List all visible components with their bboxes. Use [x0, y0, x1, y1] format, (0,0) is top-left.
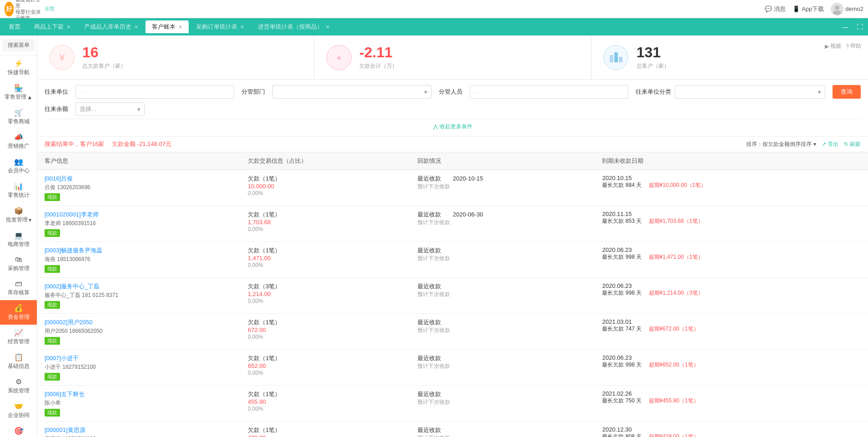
overdue-amount-1[interactable]: 超期¥1,703.68（1笔） — [649, 218, 703, 224]
manager-input[interactable]: ··· — [470, 85, 628, 99]
stat-icon-owe-customers: ¥ — [48, 44, 75, 71]
overdue-days-7: 最长欠款 808 天 超期¥429.00（1笔） — [602, 433, 861, 437]
owe-amount-0[interactable]: 10,000.00 — [248, 183, 403, 190]
cell-customer-info-3: [0002]服务中心_丁磊 服务中心_丁磊 181 0125 8371 现款 — [37, 278, 241, 314]
table-actions: 排序：按欠款金额倒序排序 ▾ ↗ 导出 ↻ 刷新 — [746, 141, 861, 148]
owe-amount-4[interactable]: 672.00 — [248, 326, 403, 333]
inventory-icon: 🗃 — [2, 280, 35, 288]
tab-goods-stats[interactable]: 进货单统计表（按商品） ✕ — [251, 20, 336, 33]
sidebar-search-btn[interactable]: 搜索菜单 — [2, 39, 35, 51]
tab-product-history[interactable]: 产成品入库单历史 ✕ — [78, 20, 145, 33]
cell-customer-info-2: [0003]畅捷服务尹海蕊 海燕 18513066976 现款 — [37, 242, 241, 278]
owe-amount-7[interactable]: 429.00 — [248, 434, 403, 437]
stat-body-owe-total: -2.11 欠款合计（万） — [359, 45, 397, 70]
customer-name-3[interactable]: [0002]服务中心_丁磊 — [45, 282, 233, 291]
balance-range-arrow-icon: ▾ — [137, 106, 140, 113]
owe-amount-6[interactable]: 455.90 — [248, 398, 403, 405]
tab-purchase-order[interactable]: 采购订单统计表 ✕ — [190, 20, 251, 33]
overdue-amount-6[interactable]: 超期¥455.90（1笔） — [649, 397, 699, 404]
sidebar-item-member[interactable]: 👥 会员中心 — [0, 154, 37, 178]
message-icon: 💬 — [765, 5, 772, 12]
total-customers-value: 131 — [637, 45, 669, 60]
ecommerce-icon: 💻 — [2, 231, 35, 240]
tab-product-manage[interactable]: 商品上下架 ✕ — [28, 20, 77, 33]
close-customer-account-icon[interactable]: ✕ — [178, 24, 182, 30]
balance-range-select[interactable]: 选择... ▾ — [75, 102, 145, 116]
help-btn[interactable]: ? 帮助 — [846, 42, 861, 50]
sidebar-item-quick-nav[interactable]: ⚡ 快捷导航 — [0, 55, 37, 80]
overdue-amount-7[interactable]: 超期¥429.00（1笔） — [649, 433, 699, 437]
user-profile[interactable]: demo2 — [831, 3, 863, 15]
sidebar-item-retail-mall[interactable]: 🛒 零售商城 — [0, 105, 37, 129]
collapse-btn[interactable]: ⋀ 收起更多条件 — [433, 121, 472, 132]
close-product-history-icon[interactable]: ✕ — [134, 24, 138, 30]
search-btn[interactable]: 查询 — [833, 85, 861, 99]
sidebar-item-wholesale[interactable]: 📦 批发管理 ▾ — [0, 203, 37, 227]
overdue-amount-0[interactable]: 超期¥10,000.00（1笔） — [649, 182, 707, 188]
sidebar-item-retail-stats[interactable]: 📊 零售统计 — [0, 178, 37, 203]
customer-name-5[interactable]: [0007]小进干 — [45, 354, 233, 362]
sort-select[interactable]: 排序：按欠款金额倒序排序 ▾ — [746, 141, 816, 148]
tab-home[interactable]: 首页 — [2, 20, 27, 33]
cell-overdue-7: 2020.12.30 最长欠款 808 天 超期¥429.00（1笔） — [595, 422, 868, 437]
export-btn[interactable]: ↗ 导出 — [822, 141, 838, 148]
owe-amount-3[interactable]: 1,214.00 — [248, 291, 403, 297]
cell-overdue-5: 2020.06.23 最长欠款 998 天 超期¥652.00（1笔） — [595, 350, 868, 386]
overdue-amount-5[interactable]: 超期¥652.00（1笔） — [649, 362, 699, 368]
customer-name-1[interactable]: [0001020001]李老师 — [45, 211, 233, 219]
cell-owe-info-6: 欠款（1笔） 455.90 0.00% — [241, 386, 410, 422]
close-purchase-order-icon[interactable]: ✕ — [240, 24, 244, 30]
overdue-amount-3[interactable]: 超期¥1,214.00（3笔） — [649, 290, 703, 296]
customer-name-6[interactable]: [0006]去下粮仓 — [45, 390, 233, 398]
overdue-amount-2[interactable]: 超期¥1,471.00（1笔） — [649, 254, 703, 260]
sidebar-item-retail-mgmt[interactable]: 🏪 零售管理 ▲ — [0, 80, 37, 105]
latest-collect-label-6: 最近收款 — [417, 390, 587, 398]
customer-name-7[interactable]: [000001]黄思源 — [45, 426, 233, 434]
app-download-btn[interactable]: 📱 App下载 — [793, 5, 824, 13]
owe-count-4: 欠款（1笔） — [248, 318, 403, 326]
sidebar-item-newbie[interactable]: 🎯 新手引导 — [0, 423, 37, 437]
stat-help-btns: ▶ 视频 ? 帮助 — [825, 42, 861, 50]
purchase-icon: 🛍 — [2, 256, 35, 264]
nav-expand-icon[interactable]: ⛶ — [854, 21, 866, 33]
sidebar-item-finance[interactable]: 💰 资金管理 — [0, 300, 37, 325]
sidebar-item-marketing[interactable]: 📣 营销推广 — [0, 129, 37, 154]
demo-label[interactable]: 示范 — [45, 5, 55, 12]
customer-name-2[interactable]: [0003]畅捷服务尹海蕊 — [45, 246, 233, 255]
customer-name-4[interactable]: [000002]用户2050 — [45, 318, 233, 326]
customer-tag-0: 现款 — [45, 193, 60, 201]
collapse-icon: ⋀ — [433, 124, 438, 130]
nav-minimize-icon[interactable]: — — [839, 21, 851, 33]
owe-amount-1[interactable]: 1,703.68 — [248, 219, 403, 226]
sidebar-item-system[interactable]: ⚙ 系统管理 — [0, 374, 37, 398]
unit-category-select[interactable]: ▾ — [675, 85, 825, 99]
cell-overdue-4: 2021.03.01 最长欠款 747 天 超期¥672.00（1笔） — [595, 314, 868, 350]
overdue-days-4: 最长欠款 747 天 超期¥672.00（1笔） — [602, 325, 861, 333]
customer-name-0[interactable]: [0016]吕俊 — [45, 175, 233, 183]
from-unit-input[interactable]: ··· — [75, 85, 234, 99]
message-btn[interactable]: 💬 消息 — [765, 5, 786, 13]
sidebar-item-ecommerce[interactable]: 💻 电商管理 — [0, 227, 37, 252]
close-product-manage-icon[interactable]: ✕ — [66, 24, 70, 30]
next-collect-5: 预计下次收款 — [417, 362, 587, 370]
sidebar-item-enterprise-coop[interactable]: 🤝 企业协同 — [0, 398, 37, 423]
video-help-btn[interactable]: ▶ 视频 — [825, 42, 841, 50]
close-goods-stats-icon[interactable]: ✕ — [326, 24, 330, 30]
cell-owe-info-5: 欠款（1笔） 652.00 0.00% — [241, 350, 410, 386]
sidebar-item-inventory[interactable]: 🗃 库存核算 — [0, 276, 37, 300]
basic-info-icon: 📋 — [2, 353, 35, 362]
customer-tag-6: 现款 — [45, 409, 60, 417]
sidebar-item-purchase[interactable]: 🛍 采购管理 — [0, 252, 37, 276]
sidebar-item-operations[interactable]: 📈 经营管理 — [0, 325, 37, 349]
cell-owe-info-7: 欠款（1笔） 429.00 0.00% — [241, 422, 410, 437]
owe-amount-2[interactable]: 1,471.00 — [248, 255, 403, 261]
sidebar-item-basic-info[interactable]: 📋 基础信息 — [0, 349, 37, 374]
refresh-btn[interactable]: ↻ 刷新 — [844, 141, 861, 148]
latest-collect-label-7: 最近收款 — [417, 426, 587, 434]
owe-amount-5[interactable]: 652.00 — [248, 362, 403, 369]
overdue-amount-4[interactable]: 超期¥672.00（1笔） — [649, 326, 699, 332]
sort-arrow-icon: ▾ — [813, 141, 816, 147]
export-icon: ↗ — [822, 141, 826, 147]
tab-customer-account[interactable]: 客户账本 ✕ — [146, 20, 189, 33]
branch-dept-select[interactable]: ▾ — [272, 85, 431, 99]
